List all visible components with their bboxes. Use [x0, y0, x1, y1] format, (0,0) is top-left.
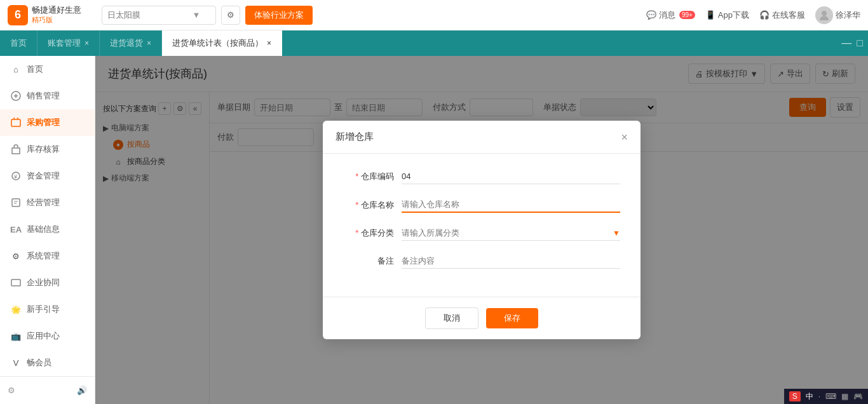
main-layout: ⌂ 首页 销售管理 采购管理 库存核算 ¥ 资金管理	[0, 56, 868, 404]
search-input[interactable]	[107, 10, 190, 20]
status-grid-icon: ▦	[841, 392, 848, 401]
svg-point-0	[822, 11, 827, 16]
sidebar-item-operation[interactable]: 经营管理	[0, 189, 95, 216]
online-service-item[interactable]: 🎧 在线客服	[759, 10, 805, 21]
svg-text:¥: ¥	[13, 173, 18, 180]
home-tab-label: 首页	[10, 37, 27, 49]
sidebar-item-inventory[interactable]: 库存核算	[0, 136, 95, 163]
inventory-icon	[10, 144, 22, 155]
purchase-return-tab-close[interactable]: ×	[147, 39, 151, 48]
tab-bar: 首页 账套管理 × 进货退货 × 进货单统计表（按商品） × — □	[0, 30, 868, 56]
category-label: 仓库分类	[343, 227, 394, 239]
status-keyboard-icon: ⌨	[825, 392, 836, 401]
modal-overlay[interactable]: 新增仓库 × 仓库编码 仓库名称 仓库	[95, 56, 868, 404]
sidebar-item-collab[interactable]: 企业协同	[0, 269, 95, 296]
modal-field-code: 仓库编码	[343, 169, 620, 184]
sidebar: ⌂ 首页 销售管理 采购管理 库存核算 ¥ 资金管理	[0, 56, 95, 404]
code-label: 仓库编码	[343, 171, 394, 182]
svg-rect-7	[11, 279, 20, 286]
note-label: 备注	[343, 255, 394, 267]
gear-button[interactable]: ⚙	[221, 6, 240, 25]
cancel-button[interactable]: 取消	[425, 307, 478, 329]
purchase-stats-tab-close[interactable]: ×	[267, 39, 271, 48]
status-s-icon: S	[789, 391, 801, 401]
account-tab-label: 账套管理	[48, 37, 81, 49]
modal-title: 新增仓库	[336, 131, 374, 143]
svg-rect-2	[11, 119, 20, 126]
sidebar-item-purchase[interactable]: 采购管理	[0, 109, 95, 136]
search-dropdown-icon[interactable]: ▼	[190, 10, 203, 20]
avatar	[815, 6, 833, 24]
tab-home[interactable]: 首页	[0, 30, 37, 56]
operation-icon	[10, 197, 22, 208]
account-tab-close[interactable]: ×	[85, 39, 89, 48]
sidebar-item-finance[interactable]: ¥ 资金管理	[0, 163, 95, 189]
settings-bottom-icon[interactable]: ⚙	[8, 386, 15, 395]
name-label: 仓库名称	[343, 199, 394, 211]
sales-icon	[10, 90, 22, 102]
modal-footer: 取消 保存	[323, 297, 641, 339]
save-button[interactable]: 保存	[486, 308, 538, 328]
modal-field-note: 备注	[343, 253, 620, 269]
apps-icon: 📺	[10, 330, 22, 342]
system-icon: ⚙	[10, 250, 22, 262]
mobile-icon: 📱	[705, 10, 715, 20]
sidebar-bottom: ⚙ 🔊	[0, 376, 95, 404]
code-input[interactable]	[402, 169, 620, 184]
tab-purchase-stats[interactable]: 进货单统计表（按商品） ×	[162, 30, 282, 56]
tab-purchase-return[interactable]: 进货退货 ×	[100, 30, 162, 56]
modal-new-warehouse: 新增仓库 × 仓库编码 仓库名称 仓库	[323, 121, 641, 339]
purchase-icon	[10, 117, 22, 128]
logo-sub: 精巧版	[32, 15, 81, 25]
logo-icon: 6	[8, 5, 28, 25]
tab-minimize-btn[interactable]: —	[841, 37, 851, 49]
sidebar-item-guide[interactable]: 🌟 新手引导	[0, 296, 95, 323]
app-download-item[interactable]: 📱 App下载	[705, 10, 749, 21]
user-item[interactable]: 徐泽华	[815, 6, 860, 24]
member-icon: V	[10, 357, 22, 368]
svg-rect-6	[12, 199, 20, 206]
message-badge: 99+	[679, 11, 695, 19]
guide-icon: 🌟	[10, 304, 22, 315]
basic-icon: EA	[10, 224, 22, 235]
logo-text: 畅捷通好生意	[32, 5, 81, 16]
sidebar-item-member[interactable]: V 畅会员	[0, 349, 95, 376]
tab-maximize-btn[interactable]: □	[857, 37, 863, 49]
name-input[interactable]	[402, 197, 620, 213]
category-select-wrap: ▼	[402, 226, 620, 241]
tab-account[interactable]: 账套管理 ×	[37, 30, 100, 56]
logo-area: 6 畅捷通好生意 精巧版	[8, 5, 97, 25]
modal-header: 新增仓库 ×	[323, 121, 641, 154]
tab-bar-right: — □	[836, 30, 868, 56]
note-input[interactable]	[402, 253, 620, 269]
modal-field-name: 仓库名称	[343, 197, 620, 213]
sound-icon[interactable]: 🔊	[77, 386, 87, 395]
modal-body: 仓库编码 仓库名称 仓库分类 ▼	[323, 154, 641, 297]
modal-field-category: 仓库分类 ▼	[343, 226, 620, 241]
sidebar-item-basic[interactable]: EA 基础信息	[0, 216, 95, 243]
sidebar-item-home[interactable]: ⌂ 首页	[0, 56, 95, 83]
status-bar: S 中 · ⌨ ▦ 🎮	[784, 389, 868, 404]
home-icon: ⌂	[10, 64, 22, 75]
modal-close-btn[interactable]: ×	[621, 131, 628, 143]
category-input[interactable]	[402, 226, 620, 241]
sidebar-item-system[interactable]: ⚙ 系统管理	[0, 243, 95, 269]
message-icon: 💬	[646, 10, 656, 20]
purchase-return-tab-label: 进货退货	[110, 37, 143, 49]
sidebar-item-apps[interactable]: 📺 应用中心	[0, 323, 95, 349]
status-zh-label: 中	[806, 391, 813, 402]
top-header: 6 畅捷通好生意 精巧版 ▼ ⚙ 体验行业方案 💬 消息 99+ 📱 App下载…	[0, 0, 868, 30]
purchase-stats-tab-label: 进货单统计表（按商品）	[172, 37, 263, 49]
trial-button[interactable]: 体验行业方案	[245, 6, 313, 25]
message-item[interactable]: 💬 消息 99+	[646, 10, 695, 21]
finance-icon: ¥	[10, 170, 22, 182]
status-gamepad-icon: 🎮	[853, 392, 863, 401]
status-dot-icon: ·	[818, 392, 820, 401]
svg-rect-3	[12, 148, 20, 154]
collab-icon	[10, 277, 22, 288]
content-area: 进货单统计(按商品) 🖨 按模板打印 ▼ ↗ 导出 ↻ 刷新	[95, 56, 868, 404]
headphone-icon: 🎧	[759, 10, 770, 20]
sidebar-item-sales[interactable]: 销售管理	[0, 83, 95, 109]
header-search[interactable]: ▼	[102, 6, 216, 25]
header-right: 💬 消息 99+ 📱 App下载 🎧 在线客服 徐泽华	[646, 6, 860, 24]
